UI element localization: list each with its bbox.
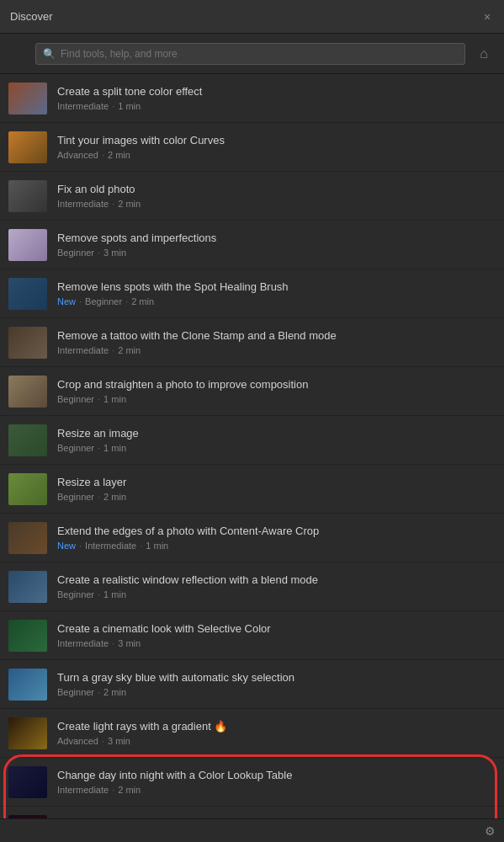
tutorial-title: Add a colorful dual lighting effect to a… bbox=[57, 818, 496, 818]
thumb-inner bbox=[8, 571, 47, 603]
home-button[interactable]: ⌂ bbox=[472, 42, 496, 66]
tutorial-item-clone-stamp[interactable]: Remove a tattoo with the Clone Stamp and… bbox=[0, 318, 504, 367]
tutorial-title: Turn a gray sky blue with automatic sky … bbox=[57, 671, 496, 685]
tutorial-title: Extend the edges of a photo with Content… bbox=[57, 525, 496, 539]
tutorial-duration: 2 min bbox=[118, 345, 141, 355]
tutorial-thumbnail bbox=[8, 278, 47, 310]
tutorial-level: Intermediate bbox=[57, 785, 109, 795]
tutorial-meta: Beginner · 2 min bbox=[57, 687, 496, 697]
tutorial-duration: 1 min bbox=[103, 394, 126, 404]
tutorial-meta: New· Intermediate · 1 min bbox=[57, 541, 496, 551]
thumb-inner bbox=[8, 131, 47, 163]
tutorial-duration: 2 min bbox=[103, 492, 126, 502]
tutorial-duration: 2 min bbox=[103, 687, 126, 697]
tutorial-thumbnail bbox=[8, 327, 47, 359]
tutorial-meta: Advanced · 2 min bbox=[57, 150, 496, 160]
search-box[interactable]: 🔍 bbox=[35, 43, 465, 65]
tutorial-item-resize-image[interactable]: Resize an image Beginner · 1 min bbox=[0, 416, 504, 465]
thumb-inner bbox=[8, 180, 47, 212]
thumb-inner bbox=[8, 815, 47, 819]
tutorial-item-remove-spots[interactable]: Remove spots and imperfections Beginner … bbox=[0, 221, 504, 269]
duration-dot: · bbox=[125, 296, 128, 306]
tutorial-info: Fix an old photo Intermediate · 2 min bbox=[57, 183, 496, 210]
tutorial-info: Create a cinematic look with Selective C… bbox=[57, 622, 496, 649]
tutorial-thumbnail bbox=[8, 83, 47, 115]
duration-dot: · bbox=[140, 541, 142, 551]
tutorial-meta: Intermediate · 2 min bbox=[57, 199, 496, 209]
duration-dot: · bbox=[98, 394, 100, 404]
tutorial-duration: 3 min bbox=[103, 248, 126, 258]
tutorial-meta: Beginner · 1 min bbox=[57, 589, 496, 600]
duration-dot: · bbox=[112, 785, 114, 795]
tutorial-title: Create a cinematic look with Selective C… bbox=[57, 622, 496, 637]
tutorial-item-color-curves[interactable]: Tint your images with color Curves Advan… bbox=[0, 123, 504, 172]
tutorial-item-light-rays[interactable]: Create light rays with a gradient 🔥 Adva… bbox=[0, 709, 504, 758]
tutorial-meta: Beginner · 2 min bbox=[57, 492, 496, 502]
tutorial-level: Beginner bbox=[57, 394, 94, 404]
tutorial-meta: Intermediate · 1 min bbox=[57, 101, 496, 111]
duration-dot: · bbox=[112, 638, 114, 648]
duration-dot: · bbox=[112, 101, 114, 111]
tutorial-thumbnail bbox=[8, 717, 47, 749]
tutorial-title: Tint your images with color Curves bbox=[57, 134, 496, 148]
tutorial-thumbnail bbox=[8, 131, 47, 163]
tutorial-item-dual-lighting[interactable]: Add a colorful dual lighting effect to a… bbox=[0, 807, 504, 818]
tutorial-item-window-reflect[interactable]: Create a realistic window reflection wit… bbox=[0, 562, 504, 611]
tutorial-level: Beginner bbox=[57, 443, 94, 453]
tutorial-item-split-tone[interactable]: Create a split tone color effect Interme… bbox=[0, 74, 504, 123]
dot-sep: · bbox=[79, 541, 82, 551]
tutorial-duration: 3 min bbox=[108, 736, 130, 746]
back-button[interactable] bbox=[8, 44, 29, 64]
tutorial-level: Intermediate bbox=[85, 541, 136, 551]
tutorial-title: Remove a tattoo with the Clone Stamp and… bbox=[57, 329, 496, 344]
tutorial-level: Beginner bbox=[57, 589, 94, 600]
duration-dot: · bbox=[98, 248, 100, 258]
tutorial-item-selective-color[interactable]: Create a cinematic look with Selective C… bbox=[0, 611, 504, 660]
tutorial-info: Create a realistic window reflection wit… bbox=[57, 573, 496, 600]
tutorial-meta: Beginner · 1 min bbox=[57, 443, 496, 453]
tutorial-item-day-night[interactable]: Change day into night with a Color Looku… bbox=[0, 758, 504, 807]
duration-dot: · bbox=[98, 443, 100, 453]
tutorial-info: Add a colorful dual lighting effect to a… bbox=[57, 818, 496, 818]
tutorial-info: Turn a gray sky blue with automatic sky … bbox=[57, 671, 496, 698]
tutorial-duration: 1 min bbox=[103, 589, 126, 600]
thumb-inner bbox=[8, 424, 47, 456]
thumb-inner bbox=[8, 376, 47, 408]
tutorial-thumbnail bbox=[8, 424, 47, 456]
duration-dot: · bbox=[102, 736, 104, 746]
thumb-inner bbox=[8, 522, 47, 554]
tutorial-title: Resize an image bbox=[57, 427, 496, 441]
tutorial-meta: New· Beginner · 2 min bbox=[57, 296, 496, 306]
search-input[interactable] bbox=[61, 48, 458, 60]
tutorial-item-resize-layer[interactable]: Resize a layer Beginner · 2 min bbox=[0, 465, 504, 514]
duration-dot: · bbox=[98, 589, 100, 600]
tutorial-item-old-photo[interactable]: Fix an old photo Intermediate · 2 min bbox=[0, 172, 504, 221]
tutorial-level: Beginner bbox=[57, 492, 94, 502]
tutorial-duration: 1 min bbox=[146, 541, 168, 551]
tutorial-level: Intermediate bbox=[57, 101, 109, 111]
tutorial-info: Change day into night with a Color Looku… bbox=[57, 769, 496, 796]
tutorial-level: Beginner bbox=[57, 687, 94, 697]
tutorial-info: Remove spots and imperfections Beginner … bbox=[57, 232, 496, 258]
tutorial-item-spot-healing[interactable]: Remove lens spots with the Spot Healing … bbox=[0, 269, 504, 318]
duration-dot: · bbox=[98, 687, 100, 697]
tutorial-level: Intermediate bbox=[57, 638, 109, 648]
settings-icon[interactable]: ⚙ bbox=[485, 824, 496, 838]
tutorial-title: Remove spots and imperfections bbox=[57, 232, 496, 246]
thumb-inner bbox=[8, 766, 47, 798]
tutorial-level: Intermediate bbox=[57, 199, 109, 209]
thumb-inner bbox=[8, 83, 47, 115]
close-button[interactable]: × bbox=[480, 10, 494, 24]
tutorial-duration: 2 min bbox=[118, 785, 141, 795]
thumb-inner bbox=[8, 327, 47, 359]
tutorial-item-crop-straighten[interactable]: Crop and straighten a photo to improve c… bbox=[0, 367, 504, 416]
tutorial-meta: Intermediate · 2 min bbox=[57, 345, 496, 355]
tutorial-item-sky-blue[interactable]: Turn a gray sky blue with automatic sky … bbox=[0, 660, 504, 709]
tutorial-meta: Advanced · 3 min bbox=[57, 736, 496, 746]
toolbar: 🔍 ⌂ bbox=[0, 34, 504, 74]
status-bar: ⚙ bbox=[0, 818, 504, 842]
tutorial-duration: 2 min bbox=[108, 150, 130, 160]
tutorial-item-content-aware[interactable]: Extend the edges of a photo with Content… bbox=[0, 514, 504, 562]
tutorial-info: Create a split tone color effect Interme… bbox=[57, 85, 496, 112]
tutorial-thumbnail bbox=[8, 815, 47, 819]
